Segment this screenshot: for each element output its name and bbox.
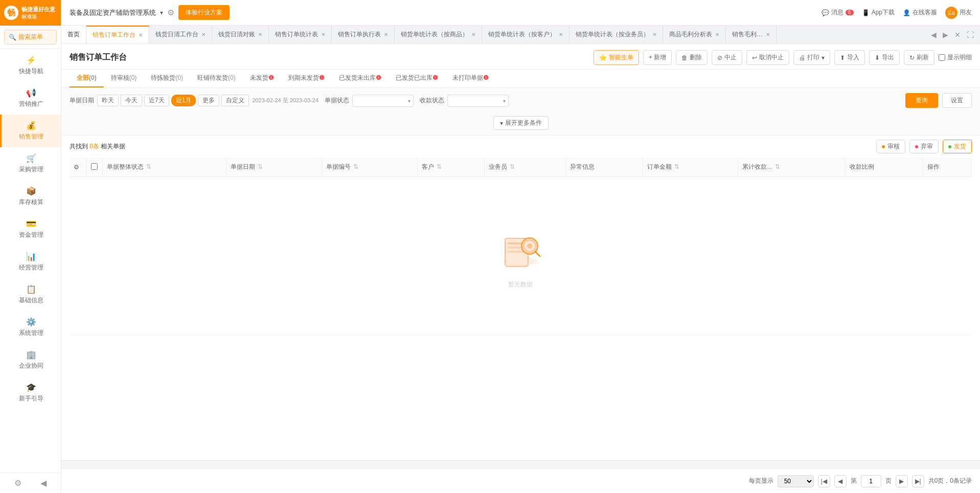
date-btn-1month[interactable]: 近1月 <box>171 95 196 106</box>
print-button[interactable]: 🖨 打印 ▾ <box>793 50 830 65</box>
payment-select[interactable] <box>447 95 509 107</box>
th-checkbox[interactable] <box>86 158 102 177</box>
chevron-down-icon: ▾ <box>160 9 163 16</box>
sidebar-item-basic-info[interactable]: 📋 基础信息 <box>0 278 61 311</box>
status-select[interactable] <box>352 95 414 107</box>
sidebar-item-enterprise[interactable]: 🏢 企业协同 <box>0 344 61 376</box>
settings-button[interactable]: ⚙ <box>14 478 21 488</box>
subtab-unprinted[interactable]: 未打印单据❶ <box>445 70 496 87</box>
sidebar-item-quick-nav[interactable]: ⚡ 快捷导航 <box>0 49 61 82</box>
subtab-pending-audit[interactable]: 待审核(0) <box>104 70 144 87</box>
date-btn-yesterday[interactable]: 昨天 <box>97 95 119 106</box>
subtab-overdue-unshipped[interactable]: 到期未发货❶ <box>281 70 332 87</box>
tab-close-sales-stat-product[interactable]: ✕ <box>471 32 475 37</box>
tab-scroll-right[interactable]: ▶ <box>941 30 950 40</box>
th-customer[interactable]: 客户 ⇅ <box>417 158 484 177</box>
smart-gen-button[interactable]: ⭐ 智能生单 <box>594 50 639 65</box>
delete-button[interactable]: 🗑 删除 <box>676 50 708 65</box>
date-btn-custom[interactable]: 自定义 <box>221 95 249 106</box>
tab-close-profit-analysis[interactable]: ✕ <box>715 32 719 37</box>
sidebar-item-finance[interactable]: 💳 资金管理 <box>0 213 61 245</box>
tab-close-sales-stat[interactable]: ✕ <box>321 32 325 37</box>
date-btn-7days[interactable]: 近7天 <box>144 95 169 106</box>
first-page-button[interactable]: |◀ <box>818 475 830 487</box>
tab-sales-stat-customer[interactable]: 销货单统计表（按客户） ✕ <box>482 26 569 44</box>
sidebar-item-purchase[interactable]: 🛒 采购管理 <box>0 147 61 180</box>
tab-sales-stat-staff[interactable]: 销货单统计表（按业务员） ✕ <box>569 26 663 44</box>
th-cumulative[interactable]: 累计收款... ⇅ <box>738 158 846 177</box>
subtab-all[interactable]: 全部(0) <box>70 70 104 87</box>
sidebar-item-sales[interactable]: 💰 销售管理 <box>0 115 61 147</box>
th-doc-number[interactable]: 单据编号 ⇅ <box>322 158 417 177</box>
th-setting[interactable]: ⚙ <box>70 158 86 177</box>
app-download-button[interactable]: 📱 App下载 <box>862 8 895 17</box>
ship-button[interactable]: 发货 <box>943 140 972 153</box>
subtab-shipped-out[interactable]: 已发货已出库❶ <box>389 70 445 87</box>
sidebar-item-guide[interactable]: 🎓 新手引导 <box>0 376 61 409</box>
sidebar-item-inventory[interactable]: 📦 库存核算 <box>0 180 61 213</box>
tab-sales-more[interactable]: 销售毛利… ✕ <box>726 26 777 44</box>
table-header-row: ⚙ 单据整体状态 ⇅ 单据日期 ⇅ <box>70 158 972 177</box>
th-order-amount[interactable]: 订单金额 ⇅ <box>643 158 738 177</box>
collapse-button[interactable]: ◀ <box>40 478 47 488</box>
sidebar-item-operations[interactable]: 📊 经营管理 <box>0 245 61 278</box>
tab-cash-daily[interactable]: 钱货日清工作台 ✕ <box>149 26 212 44</box>
th-doc-status[interactable]: 单据整体状态 ⇅ <box>102 158 226 177</box>
subtab-shipped-not-out[interactable]: 已发货未出库❶ <box>332 70 389 87</box>
tab-scroll-left[interactable]: ◀ <box>929 30 939 40</box>
subtab-unshipped[interactable]: 未发货❶ <box>243 70 281 87</box>
tab-close-sales-stat-staff[interactable]: ✕ <box>652 32 656 37</box>
show-detail-checkbox[interactable]: 显示明细 <box>939 53 972 62</box>
last-page-button[interactable]: ▶| <box>912 475 924 487</box>
tab-close-cash-daily[interactable]: ✕ <box>201 32 206 37</box>
prev-page-button[interactable]: ◀ <box>834 475 847 487</box>
subtab-wangpu-ship[interactable]: 旺铺待发货(0) <box>190 70 243 87</box>
per-page-select[interactable]: 50 100 <box>778 475 814 487</box>
tab-close-sales-stat-customer[interactable]: ✕ <box>559 32 563 37</box>
tab-sales-exec[interactable]: 销售订单执行表 ✕ <box>332 26 395 44</box>
expand-filters-button[interactable]: ▾ 展开更多条件 <box>493 116 549 130</box>
tab-sales-stat-product[interactable]: 销货单统计表（按商品） ✕ <box>395 26 482 44</box>
tab-sales-order[interactable]: 销售订单工作台 ✕ <box>86 26 149 44</box>
export-button[interactable]: ⬇ 导出 <box>869 50 900 65</box>
tab-sales-stat[interactable]: 销售订单统计表 ✕ <box>269 26 332 44</box>
tab-close-all[interactable]: ✕ <box>952 30 963 40</box>
user-menu[interactable]: Ea 用友 <box>945 7 972 19</box>
unaudit-button[interactable]: 弃审 <box>909 140 939 153</box>
tab-close-sales-exec[interactable]: ✕ <box>384 32 388 37</box>
audit-button[interactable]: 审核 <box>876 140 905 153</box>
next-page-button[interactable]: ▶ <box>896 475 908 487</box>
query-button[interactable]: 查询 <box>905 93 938 108</box>
add-button[interactable]: + 新增 <box>643 50 672 65</box>
cancel-stop-button[interactable]: ↩ 取消中止 <box>746 50 789 65</box>
tab-fullscreen[interactable]: ⛶ <box>965 30 976 40</box>
tab-close-cash-reconcile[interactable]: ✕ <box>258 32 262 37</box>
select-all-checkbox[interactable] <box>91 163 98 170</box>
show-detail-input[interactable] <box>939 54 945 61</box>
set-button[interactable]: 设置 <box>942 93 972 108</box>
refresh-button[interactable]: ↻ 刷新 <box>904 50 935 65</box>
tab-cash-reconcile[interactable]: 钱货日清对账 ✕ <box>212 26 269 44</box>
page-input[interactable]: 1 <box>861 475 881 487</box>
sidebar-item-system[interactable]: ⚙️ 系统管理 <box>0 311 61 344</box>
th-salesperson[interactable]: 业务员 ⇅ <box>484 158 565 177</box>
th-doc-date[interactable]: 单据日期 ⇅ <box>226 158 322 177</box>
settings-icon[interactable]: ⚙ <box>167 8 174 17</box>
horizontal-scrollbar[interactable] <box>61 460 980 468</box>
online-service-button[interactable]: 👤 在线客服 <box>903 8 937 17</box>
stop-button[interactable]: ⊘ 中止 <box>712 50 742 65</box>
date-btn-today[interactable]: 今天 <box>121 95 142 106</box>
messages-button[interactable]: 💬 消息 6 <box>822 8 854 17</box>
import-button[interactable]: ⬆ 导入 <box>834 50 865 65</box>
tab-close-sales-order[interactable]: ✕ <box>139 32 143 38</box>
date-btn-more[interactable]: 更多 <box>198 95 219 106</box>
solution-button[interactable]: 体验行业方案 <box>178 5 230 20</box>
system-dropdown[interactable]: ▾ <box>160 9 163 16</box>
subtab-pending-check[interactable]: 待拣验货(0) <box>144 70 190 87</box>
tab-profit-analysis[interactable]: 商品毛利分析表 ✕ <box>663 26 726 44</box>
search-menu-button[interactable]: 🔍 搜索菜单 <box>4 30 57 44</box>
tab-close-sales-more[interactable]: ✕ <box>766 32 770 37</box>
inventory-icon: 📦 <box>26 186 36 196</box>
sidebar-item-marketing[interactable]: 📢 营销推广 <box>0 82 61 115</box>
tab-home[interactable]: 首页 <box>61 26 86 44</box>
